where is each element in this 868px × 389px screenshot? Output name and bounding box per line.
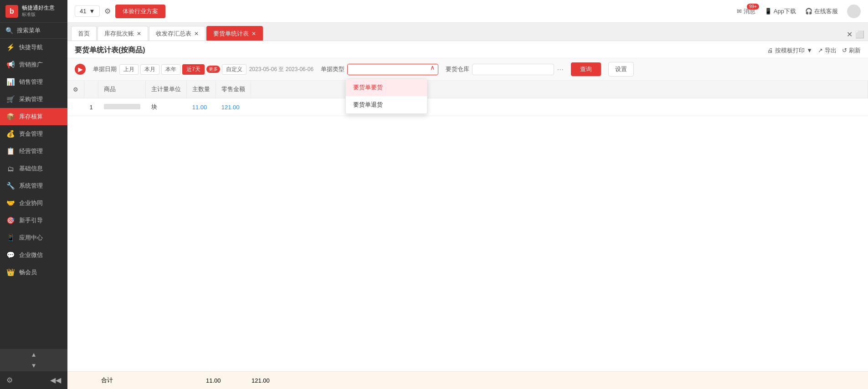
- tab-inventory-batch-close[interactable]: ✕: [137, 31, 141, 36]
- app-download-btn[interactable]: 📱 App下载: [765, 7, 796, 15]
- sidebar-item-purchase[interactable]: 🛒 采购管理: [0, 91, 67, 108]
- expand-tab-btn[interactable]: ⬜: [855, 30, 864, 39]
- sidebar-item-enterprise[interactable]: 🤝 企业协同: [0, 194, 67, 212]
- cell-amount: 121.00: [216, 98, 251, 116]
- footer-amount: 121.00: [246, 377, 292, 384]
- sidebar-item-label: 资金管理: [19, 130, 43, 138]
- tab-receive-summary-label: 收发存汇总表: [156, 30, 191, 38]
- filter-more-icon[interactable]: ···: [557, 65, 564, 74]
- dropdown-item-order-return[interactable]: 要货单退货: [346, 96, 427, 113]
- message-icon: ✉: [737, 8, 742, 15]
- amount-link[interactable]: 121.00: [221, 104, 240, 111]
- sidebar-item-operation[interactable]: 📋 经营管理: [0, 143, 67, 160]
- date-btn-custom[interactable]: 自定义: [222, 64, 247, 75]
- filter-expand-btn[interactable]: ▶: [75, 64, 86, 75]
- company-dropdown[interactable]: 41 ▼: [75, 5, 100, 17]
- sidebar-item-label: 畅会员: [19, 268, 37, 276]
- settings-icon[interactable]: ⚙: [6, 376, 13, 384]
- refresh-btn[interactable]: ↺ 刷新: [842, 46, 861, 55]
- th-unit: 主计量单位: [146, 81, 187, 98]
- dropdown-arrow-icon: ▼: [89, 8, 95, 15]
- wechat-icon: 💬: [6, 251, 15, 259]
- sidebar-item-label: 营销推广: [19, 61, 43, 69]
- cell-seq: 1: [84, 98, 98, 116]
- sidebar-item-basic[interactable]: 🗂 基础信息: [0, 160, 67, 177]
- sidebar-item-label: 销售管理: [19, 78, 43, 86]
- date-shortcuts: 上月 本月 本年 近7天 更多 自定义: [119, 64, 247, 75]
- sidebar-search[interactable]: 🔍 搜索菜单: [0, 23, 67, 39]
- type-filter-input[interactable]: [347, 64, 438, 75]
- purchase-icon: 🛒: [6, 95, 15, 103]
- topbar: 41 ▼ ⚙ 体验行业方案 ✉ 消息 99+ 📱 App下载 🎧 在线客服: [67, 0, 868, 23]
- enterprise-icon: 🤝: [6, 199, 15, 207]
- operation-icon: 📋: [6, 147, 15, 155]
- print-btn[interactable]: 🖨 按模板打印 ▼: [767, 46, 812, 55]
- dropdown-item-order-goods[interactable]: 要货单要货: [346, 79, 427, 96]
- inventory-icon: 📦: [6, 113, 15, 121]
- table-header-row: ⚙ 商品 主计量单位 主数量 零售金额: [67, 81, 868, 98]
- tab-home[interactable]: 首页: [71, 26, 97, 41]
- marketing-icon: 📢: [6, 61, 15, 69]
- sidebar-bottom: ⚙ ◀◀: [0, 371, 67, 389]
- print-arrow-icon: ▼: [806, 47, 812, 54]
- industry-btn[interactable]: 体验行业方案: [115, 5, 165, 18]
- date-btn-year[interactable]: 本年: [161, 64, 180, 75]
- cell-quantity: 11.00: [187, 98, 216, 116]
- sidebar-item-system[interactable]: 🔧 系统管理: [0, 177, 67, 194]
- page-content: 要货单统计表(按商品) 🖨 按模板打印 ▼ ↗ 导出 ↺ 刷新 ▶: [67, 41, 868, 389]
- sidebar-item-sales[interactable]: 📊 销售管理: [0, 73, 67, 91]
- set-btn[interactable]: 设置: [608, 62, 634, 77]
- table-footer: 合计 11.00 121.00: [67, 371, 868, 389]
- warehouse-filter-input[interactable]: [472, 64, 554, 75]
- date-filter-group: 单据日期 上月 本月 本年 近7天 更多 自定义 2023-05-06 至 20…: [93, 64, 313, 75]
- warehouse-filter-label: 要货仓库: [446, 65, 469, 73]
- sidebar-item-label: 经营管理: [19, 147, 43, 155]
- topbar-gear-icon[interactable]: ⚙: [104, 7, 111, 15]
- sidebar-item-finance[interactable]: 💰 资金管理: [0, 125, 67, 143]
- sidebar-item-marketing[interactable]: 📢 营销推广: [0, 56, 67, 73]
- th-seq: [84, 81, 98, 98]
- sidebar-item-label: 库存核算: [19, 113, 43, 121]
- date-btn-current[interactable]: 本月: [140, 64, 159, 75]
- type-dropdown-arrow-icon[interactable]: ∧: [430, 64, 435, 71]
- sales-icon: 📊: [6, 78, 15, 86]
- export-btn[interactable]: ↗ 导出: [818, 46, 837, 55]
- finance-icon: 💰: [6, 130, 15, 138]
- sidebar-item-member[interactable]: 👑 畅会员: [0, 264, 67, 281]
- sidebar-item-guide[interactable]: 🎯 新手引导: [0, 212, 67, 229]
- sidebar-item-inventory[interactable]: 📦 库存核算: [0, 108, 67, 125]
- main-table: ⚙ 商品 主计量单位 主数量 零售金额 1: [67, 81, 868, 116]
- sidebar-scroll-down[interactable]: ▼: [0, 360, 67, 371]
- online-service-btn[interactable]: 🎧 在线客服: [805, 7, 838, 15]
- tab-order-stats[interactable]: 要货单统计表 ✕: [206, 26, 263, 41]
- filter-bar: ▶ 单据日期 上月 本月 本年 近7天 更多 自定义 2023-05-06 至 …: [67, 58, 868, 81]
- sidebar-nav: ⚡ 快捷导航 📢 营销推广 📊 销售管理 🛒 采购管理 📦 库存核算 💰 资金管…: [0, 39, 67, 349]
- tab-order-stats-close[interactable]: ✕: [252, 31, 256, 36]
- query-btn[interactable]: 查询: [571, 62, 601, 76]
- date-filter-label: 单据日期: [93, 65, 117, 73]
- sidebar-item-appcenter[interactable]: 📱 应用中心: [0, 229, 67, 246]
- page-header-actions: 🖨 按模板打印 ▼ ↗ 导出 ↺ 刷新: [767, 46, 861, 55]
- sidebar-logo: b 畅捷通好生意 标准版: [0, 0, 67, 23]
- sidebar-item-wechat[interactable]: 💬 企业微信: [0, 246, 67, 264]
- close-all-btn[interactable]: ✕: [847, 30, 853, 39]
- sidebar-item-quick-nav[interactable]: ⚡ 快捷导航: [0, 39, 67, 56]
- search-icon: 🔍: [5, 27, 13, 34]
- logo-sub: 标准版: [22, 11, 55, 18]
- message-btn[interactable]: ✉ 消息 99+: [737, 7, 755, 15]
- column-gear-icon[interactable]: ⚙: [73, 86, 78, 93]
- sidebar-search-label: 搜索菜单: [17, 26, 41, 35]
- date-btn-up[interactable]: 上月: [119, 64, 139, 75]
- tab-inventory-batch[interactable]: 库存批次账 ✕: [98, 26, 148, 41]
- tab-receive-summary[interactable]: 收发存汇总表 ✕: [149, 26, 205, 41]
- sidebar-scroll-up[interactable]: ▲: [0, 349, 67, 360]
- collapse-icon[interactable]: ◀◀: [50, 376, 61, 384]
- date-btn-week7[interactable]: 近7天: [182, 64, 205, 75]
- tab-receive-summary-close[interactable]: ✕: [194, 31, 199, 36]
- sidebar: b 畅捷通好生意 标准版 🔍 搜索菜单 ⚡ 快捷导航 📢 营销推广 📊 销售管理…: [0, 0, 67, 389]
- quantity-link[interactable]: 11.00: [192, 104, 207, 111]
- table-row: 1 块 11.00 121.00: [67, 98, 868, 116]
- sidebar-item-label: 应用中心: [19, 234, 43, 242]
- page-header: 要货单统计表(按商品) 🖨 按模板打印 ▼ ↗ 导出 ↺ 刷新: [67, 41, 868, 58]
- user-avatar[interactable]: [847, 5, 861, 18]
